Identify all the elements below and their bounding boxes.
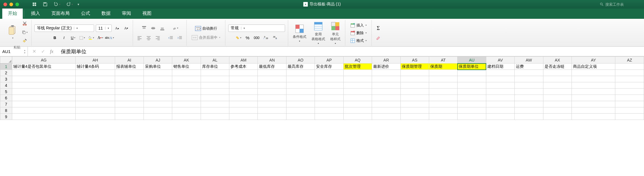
cell[interactable] bbox=[572, 70, 615, 76]
cell[interactable] bbox=[172, 95, 201, 101]
cell[interactable] bbox=[615, 101, 644, 107]
cell[interactable] bbox=[400, 76, 429, 82]
cell[interactable] bbox=[75, 95, 115, 101]
cell[interactable] bbox=[75, 70, 115, 76]
cell[interactable] bbox=[615, 82, 644, 89]
cell[interactable] bbox=[229, 70, 258, 76]
cell[interactable] bbox=[543, 89, 572, 95]
cell[interactable] bbox=[258, 89, 286, 95]
tab-review[interactable]: 审阅 bbox=[116, 8, 137, 19]
cell[interactable] bbox=[315, 89, 343, 95]
cell[interactable] bbox=[144, 114, 172, 120]
cell[interactable]: 辅计量4是否包装单位 bbox=[12, 64, 75, 70]
cell[interactable] bbox=[229, 101, 258, 107]
cell[interactable] bbox=[201, 114, 229, 120]
cell[interactable] bbox=[115, 95, 144, 101]
cell[interactable] bbox=[286, 114, 315, 120]
cell[interactable]: 最低库存 bbox=[258, 64, 286, 70]
cell[interactable] bbox=[486, 76, 514, 82]
cell[interactable] bbox=[115, 70, 144, 76]
cell[interactable] bbox=[75, 82, 115, 89]
cell[interactable] bbox=[12, 101, 75, 107]
cell[interactable] bbox=[515, 101, 543, 107]
save-icon[interactable] bbox=[42, 1, 49, 8]
row-header[interactable]: 8 bbox=[0, 107, 12, 114]
column-header[interactable]: AT bbox=[429, 57, 457, 64]
fill-color-button[interactable] bbox=[88, 34, 95, 42]
cell[interactable] bbox=[12, 114, 75, 120]
align-left-button[interactable] bbox=[136, 34, 143, 42]
tab-home[interactable]: 开始 bbox=[2, 8, 23, 19]
cell[interactable] bbox=[515, 107, 543, 114]
percent-button[interactable]: % bbox=[244, 34, 251, 42]
cell[interactable] bbox=[201, 95, 229, 101]
formula-input[interactable] bbox=[58, 48, 644, 54]
cell[interactable] bbox=[372, 95, 400, 101]
cell[interactable]: 安全库存 bbox=[315, 64, 343, 70]
row-header[interactable]: 1 bbox=[0, 64, 12, 70]
cell[interactable] bbox=[286, 76, 315, 82]
column-header[interactable]: AV bbox=[486, 57, 514, 64]
accept-formula-icon[interactable]: ✓ bbox=[41, 49, 45, 54]
cell[interactable] bbox=[615, 89, 644, 95]
cell[interactable] bbox=[572, 95, 615, 101]
cell[interactable] bbox=[572, 82, 615, 89]
cell[interactable] bbox=[75, 101, 115, 107]
spreadsheet-grid[interactable]: AGAHAIAJAKALAMANAOAPAQARASATAUAVAWAXAYAZ… bbox=[0, 56, 644, 120]
cell[interactable] bbox=[144, 101, 172, 107]
cell[interactable] bbox=[286, 70, 315, 76]
column-header[interactable]: AN bbox=[258, 57, 286, 64]
minimize-window[interactable] bbox=[9, 3, 13, 6]
cell[interactable] bbox=[144, 95, 172, 101]
redo-button[interactable] bbox=[65, 1, 74, 8]
cell[interactable] bbox=[258, 70, 286, 76]
cell[interactable] bbox=[115, 107, 144, 114]
cell[interactable]: 保质期 bbox=[429, 64, 457, 70]
cell[interactable] bbox=[343, 89, 372, 95]
cell[interactable] bbox=[343, 95, 372, 101]
cell[interactable] bbox=[343, 70, 372, 76]
undo-button[interactable] bbox=[53, 1, 61, 8]
row-header[interactable]: 5 bbox=[0, 89, 12, 95]
cell[interactable] bbox=[315, 70, 343, 76]
decrease-indent-button[interactable] bbox=[167, 34, 174, 42]
cell[interactable] bbox=[372, 101, 400, 107]
cell[interactable] bbox=[343, 76, 372, 82]
close-window[interactable] bbox=[3, 3, 7, 6]
cell-reference-input[interactable] bbox=[2, 49, 19, 54]
cell[interactable] bbox=[372, 89, 400, 95]
cell[interactable] bbox=[315, 101, 343, 107]
cell[interactable] bbox=[172, 89, 201, 95]
cell[interactable] bbox=[115, 114, 144, 120]
cell[interactable] bbox=[543, 95, 572, 101]
column-header[interactable]: AM bbox=[229, 57, 258, 64]
column-header[interactable]: AY bbox=[572, 57, 615, 64]
cell[interactable] bbox=[543, 76, 572, 82]
cell[interactable] bbox=[515, 114, 543, 120]
cell[interactable] bbox=[572, 107, 615, 114]
column-header[interactable]: AQ bbox=[343, 57, 372, 64]
name-box[interactable]: ▴▾ bbox=[0, 47, 28, 56]
cell[interactable] bbox=[144, 89, 172, 95]
cell[interactable] bbox=[75, 107, 115, 114]
cell[interactable] bbox=[429, 101, 457, 107]
cell[interactable] bbox=[75, 76, 115, 82]
cell[interactable] bbox=[144, 107, 172, 114]
cell[interactable] bbox=[315, 76, 343, 82]
cell[interactable] bbox=[315, 82, 343, 89]
cell[interactable] bbox=[229, 107, 258, 114]
qat-customize-icon[interactable]: ▾ bbox=[78, 3, 79, 6]
cell[interactable] bbox=[315, 95, 343, 101]
increase-decimal-button[interactable]: .0.00 bbox=[262, 34, 269, 42]
cell[interactable] bbox=[258, 107, 286, 114]
decrease-decimal-button[interactable]: .00.0 bbox=[271, 34, 279, 42]
cancel-formula-icon[interactable]: ✕ bbox=[32, 49, 36, 54]
cell[interactable] bbox=[286, 89, 315, 95]
cell[interactable]: 库存单位 bbox=[201, 64, 229, 70]
column-header[interactable]: AJ bbox=[144, 57, 172, 64]
cell[interactable] bbox=[515, 70, 543, 76]
cell[interactable] bbox=[229, 82, 258, 89]
cell[interactable]: 参考成本 bbox=[229, 64, 258, 70]
cell[interactable] bbox=[229, 89, 258, 95]
cell[interactable] bbox=[400, 89, 429, 95]
